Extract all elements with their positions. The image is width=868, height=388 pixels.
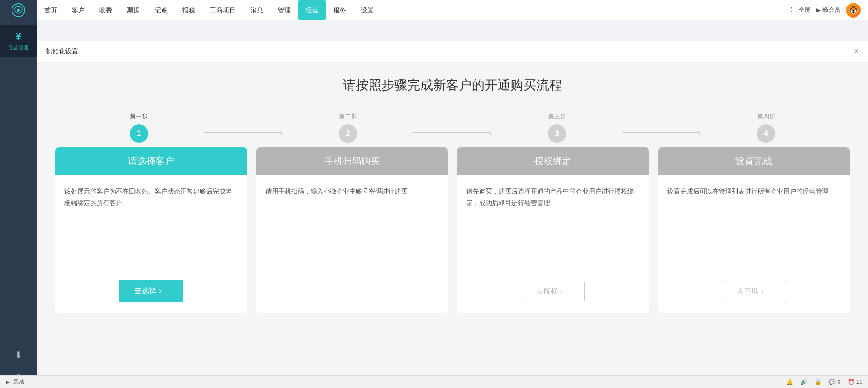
card-body-setup-done: 设置完成后可以在管理列表进行所有企业用户的经营管理 xyxy=(658,175,850,273)
lock-icon: 🔒 xyxy=(815,379,822,385)
step-circle-0: 1 xyxy=(126,121,152,147)
logo-icon xyxy=(11,3,26,18)
card-footer-setup-done: 去管理 › xyxy=(658,273,850,313)
nav-item-记账[interactable]: 记账 xyxy=(147,0,175,20)
card-body-scan-buy: 请用手机扫码，输入小微企业主账号密码进行购买 xyxy=(256,175,448,286)
step-connector-0: › xyxy=(204,128,283,138)
cards-container: 请选择客户该处展示的客户为不在回收站、客户状态正常建账后完成老板端绑定的所有客户… xyxy=(55,147,850,313)
step-circle-2: 3 xyxy=(548,124,566,143)
card-footer-select-customer: 去选择 › xyxy=(55,272,247,313)
nav-item-票据[interactable]: 票据 xyxy=(120,0,147,20)
download-icon: ⬇ xyxy=(15,349,23,360)
page-header: 初始化设置 × xyxy=(37,41,868,63)
card-body-auth-bind: 请先购买，购买后选择开通的产品中的企业用户进行授权绑定，成功后即可进行经营管理 xyxy=(457,175,649,273)
step-circle-3: 4 xyxy=(757,124,775,143)
card-header-setup-done: 设置完成 xyxy=(658,147,850,175)
card-auth-bind: 授权绑定请先购买，购买后选择开通的产品中的企业用户进行授权绑定，成功后即可进行经… xyxy=(457,147,649,313)
step-unit-3: 第四步4 xyxy=(700,112,831,143)
step-label-1: 第二步 xyxy=(339,112,357,121)
step-unit-0: 第一步1 xyxy=(74,112,204,143)
nav-item-消息[interactable]: 消息 xyxy=(243,0,271,20)
nav-item-服务[interactable]: 服务 xyxy=(326,0,353,20)
fullscreen-icon: ⛶ xyxy=(791,6,797,13)
step-connector-1: › xyxy=(413,128,492,138)
step-unit-1: 第二步2 xyxy=(283,112,413,143)
card-header-scan-buy: 手机扫码购买 xyxy=(256,147,448,175)
sidebar-icon-jingying: ¥ xyxy=(16,30,21,42)
avatar[interactable]: 🐯 xyxy=(846,3,861,18)
play-icon: ▶ xyxy=(6,379,10,385)
volume-icon: 🔊 xyxy=(800,379,807,385)
card-btn-setup-done: 去管理 › xyxy=(722,281,786,302)
close-button[interactable]: × xyxy=(854,47,859,56)
clock-icon: ⏰ 10 xyxy=(848,379,862,385)
card-btn-auth-bind: 去授权 › xyxy=(521,281,585,302)
avatar-icon: 🐯 xyxy=(848,5,858,15)
vip-btn[interactable]: ▶ 畅会员 xyxy=(816,6,840,14)
nav-item-首页[interactable]: 首页 xyxy=(37,0,64,20)
card-header-select-customer: 请选择客户 xyxy=(55,147,247,175)
status-text: 完成 xyxy=(13,378,24,386)
nav-items: 首页客户收费票据记账报税工商项目消息管理经营服务设置 xyxy=(37,0,381,20)
vip-label: 畅会员 xyxy=(822,6,840,14)
card-btn-select-customer[interactable]: 去选择 › xyxy=(119,280,183,302)
card-setup-done: 设置完成设置完成后可以在管理列表进行所有企业用户的经营管理去管理 › xyxy=(658,147,850,313)
status-bar: ▶ 完成 🔔 🔊 🔒 💬 0 ⏰ 10 xyxy=(0,375,868,388)
logo-area xyxy=(0,0,37,20)
nav-item-设置[interactable]: 设置 xyxy=(353,0,381,20)
nav-item-管理[interactable]: 管理 xyxy=(271,0,298,20)
step-unit-2: 第三步3 xyxy=(492,112,622,143)
nav-item-客户[interactable]: 客户 xyxy=(64,0,92,20)
nav-item-收费[interactable]: 收费 xyxy=(92,0,120,20)
card-scan-buy: 手机扫码购买请用手机扫码，输入小微企业主账号密码进行购买 xyxy=(256,147,448,313)
card-body-select-customer: 该处展示的客户为不在回收站、客户状态正常建账后完成老板端绑定的所有客户 xyxy=(55,175,247,272)
top-navigation: 首页客户收费票据记账报税工商项目消息管理经营服务设置 ⛶ 全屏 ▶ 畅会员 🐯 xyxy=(0,0,868,20)
nav-item-报税[interactable]: 报税 xyxy=(175,0,203,20)
sidebar-item-jingying[interactable]: ¥ 经营管理 xyxy=(0,25,37,57)
card-footer-auth-bind: 去授权 › xyxy=(457,273,649,313)
page-title: 初始化设置 xyxy=(46,47,78,56)
card-header-auth-bind: 授权绑定 xyxy=(457,147,649,175)
svg-point-1 xyxy=(17,9,20,12)
notification-icon: 🔔 xyxy=(786,379,793,385)
nav-right: ⛶ 全屏 ▶ 畅会员 🐯 xyxy=(791,3,868,18)
main-content: 初始化设置 × 请按照步骤完成新客户的开通购买流程 第一步1›第二步2›第三步3… xyxy=(37,41,868,388)
nav-item-工商项目[interactable]: 工商项目 xyxy=(203,0,243,20)
card-select-customer: 请选择客户该处展示的客户为不在回收站、客户状态正常建账后完成老板端绑定的所有客户… xyxy=(55,147,247,313)
content-area: 请按照步骤完成新客户的开通购买流程 第一步1›第二步2›第三步3›第四步4 请选… xyxy=(37,63,868,327)
sidebar-item-label-jingying: 经营管理 xyxy=(8,44,29,51)
nav-item-经营[interactable]: 经营 xyxy=(298,0,326,20)
sidebar-item-download[interactable]: ⬇ xyxy=(0,344,37,366)
step-connector-2: › xyxy=(622,128,700,138)
step-label-0: 第一步 xyxy=(130,112,148,121)
vip-icon: ▶ xyxy=(816,6,821,13)
status-bar-right: 🔔 🔊 🔒 💬 0 ⏰ 10 xyxy=(786,379,862,385)
fullscreen-label: 全屏 xyxy=(799,6,810,14)
sidebar: ¥ 经营管理 ⬇ ◎ xyxy=(0,20,37,388)
step-label-3: 第四步 xyxy=(757,112,775,121)
fullscreen-btn[interactable]: ⛶ 全屏 xyxy=(791,6,810,14)
main-title: 请按照步骤完成新客户的开通购买流程 xyxy=(55,76,850,94)
step-label-2: 第三步 xyxy=(548,112,566,121)
step-circle-1: 2 xyxy=(339,124,357,143)
steps-timeline: 第一步1›第二步2›第三步3›第四步4 xyxy=(55,112,850,143)
message-count: 💬 0 xyxy=(829,379,840,385)
